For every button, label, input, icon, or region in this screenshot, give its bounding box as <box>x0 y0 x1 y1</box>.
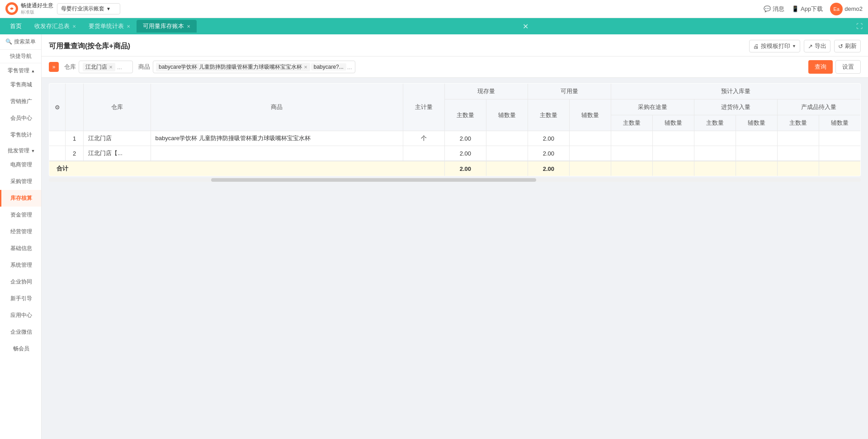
row-purchase-main <box>611 146 652 161</box>
sidebar-item-member-center[interactable]: 会员中心 <box>0 110 41 127</box>
sidebar-item-ecommerce-label: 电商管理 <box>10 161 32 169</box>
row-available-aux <box>569 146 611 161</box>
th-current-aux: 辅数量 <box>486 99 528 131</box>
row-inbound-main <box>694 131 736 146</box>
row-settings[interactable] <box>49 131 66 146</box>
printer-icon: 🖨 <box>753 43 759 50</box>
th-goods: 商品 <box>151 84 403 131</box>
tab-order-stat[interactable]: 要货单统计表 ✕ <box>82 20 137 33</box>
chevron-down-icon: ▼ <box>792 44 796 48</box>
sidebar-item-finance-label: 资金管理 <box>10 211 32 219</box>
row-warehouse: 江北门店【... <box>84 146 151 161</box>
refresh-label: 刷新 <box>845 42 857 50</box>
export-label: 导出 <box>815 42 826 50</box>
warehouse-filter-group: 仓库 江北门店 ✕ ... <box>64 61 133 73</box>
logo-text-area: 畅捷通好生意 标准版 <box>21 2 53 15</box>
page-header: 可用量查询(按仓库+商品) 🖨 按模板打印 ▼ ↗ 导出 ↺ 刷新 <box>42 34 868 57</box>
th-current-main: 主数量 <box>444 99 486 131</box>
sidebar-search-label: 搜索菜单 <box>14 38 36 45</box>
sidebar-item-enterprise[interactable]: 企业协同 <box>0 274 41 290</box>
sidebar-item-retail-mgmt[interactable]: 零售管理 <box>0 63 41 76</box>
settings-btn[interactable]: 设置 <box>835 60 861 74</box>
sidebar-item-chang-member[interactable]: 畅会员 <box>0 340 41 357</box>
goods-filter-more[interactable]: ... <box>347 64 352 71</box>
filter-expand-btn[interactable]: » <box>49 62 59 72</box>
warehouse-tag: 江北门店 ✕ <box>83 63 115 71</box>
row-purchase-main <box>611 131 652 146</box>
sidebar-item-new-guide[interactable]: 新手引导 <box>0 290 41 307</box>
goods-tag-1-close[interactable]: ✕ <box>304 65 307 70</box>
tab-order-stat-close[interactable]: ✕ <box>127 24 130 29</box>
sidebar-quick-nav[interactable]: 快捷导航 <box>0 50 41 63</box>
tab-income-expense-label: 收发存汇总表 <box>34 22 70 30</box>
query-btn[interactable]: 查询 <box>808 60 833 74</box>
sidebar-item-marketing[interactable]: 营销推广 <box>0 93 41 110</box>
row-production-main <box>777 146 819 161</box>
horizontal-scrollbar[interactable] <box>49 178 861 182</box>
goods-filter-input[interactable]: babycare学饮杯 儿童防摔防撞吸管杯重力球吸嘴杯宝宝水杯 ✕ babyca… <box>153 61 355 73</box>
sidebar-item-system[interactable]: 系统管理 <box>0 257 41 274</box>
tab-available-stock-close[interactable]: ✕ <box>187 24 190 29</box>
sidebar-item-purchase[interactable]: 采购管理 <box>0 173 41 190</box>
th-available: 可用量 <box>528 84 611 99</box>
expand-icon[interactable]: ⛶ <box>854 23 864 30</box>
warehouse-filter-input[interactable]: 江北门店 ✕ ... <box>79 61 133 73</box>
sidebar-item-finance[interactable]: 资金管理 <box>0 207 41 223</box>
sidebar-search[interactable]: 🔍 搜索菜单 <box>0 34 41 50</box>
sidebar-item-retail-stats[interactable]: 零售统计 <box>0 127 41 143</box>
user-area[interactable]: Ea demo2 <box>830 3 863 15</box>
export-btn[interactable]: ↗ 导出 <box>804 40 830 52</box>
tab-income-expense-close[interactable]: ✕ <box>72 24 76 29</box>
row-settings[interactable] <box>49 146 66 161</box>
tab-available-stock[interactable]: 可用量库存账本 ✕ <box>137 20 197 33</box>
message-btn[interactable]: 💬 消息 <box>764 5 784 13</box>
row-current-main: 2.00 <box>444 131 486 146</box>
tab-home[interactable]: 首页 <box>4 20 28 33</box>
app-label: App下载 <box>801 5 823 13</box>
sidebar-item-retail-mall-label: 零售商城 <box>10 81 32 89</box>
sidebar-item-retail-mall[interactable]: 零售商城 <box>0 76 41 93</box>
row-goods <box>151 146 403 161</box>
row-production-aux <box>819 146 860 161</box>
warehouse-filter-more[interactable]: ... <box>117 64 122 71</box>
total-production-aux <box>819 161 860 176</box>
username: demo2 <box>844 5 863 12</box>
th-settings[interactable]: ⚙ <box>49 84 66 131</box>
sidebar-item-enterprise-wechat-label: 企业微信 <box>10 328 32 336</box>
total-available-main: 2.00 <box>528 161 569 176</box>
sidebar-item-operations[interactable]: 经营管理 <box>0 223 41 240</box>
template-print-btn[interactable]: 🖨 按模板打印 ▼ <box>749 40 800 52</box>
refresh-btn[interactable]: ↺ 刷新 <box>834 40 861 52</box>
logo-sub: 标准版 <box>21 9 53 15</box>
tab-home-label: 首页 <box>10 22 22 30</box>
industry-selector[interactable]: 母婴行业演示账套 ▼ <box>57 3 120 14</box>
row-current-main: 2.00 <box>444 146 486 161</box>
tab-income-expense[interactable]: 收发存汇总表 ✕ <box>28 20 82 33</box>
th-production-pending: 产成品待入量 <box>777 99 860 115</box>
row-available-main: 2.00 <box>528 131 569 146</box>
row-purchase-aux <box>652 146 694 161</box>
goods-filter-group: 商品 babycare学饮杯 儿童防摔防撞吸管杯重力球吸嘴杯宝宝水杯 ✕ bab… <box>138 61 355 73</box>
sidebar-item-wholesale-mgmt[interactable]: 批发管理 <box>0 143 41 156</box>
warehouse-tag-value: 江北门店 <box>85 63 107 71</box>
sidebar-item-enterprise-label: 企业协同 <box>10 278 32 286</box>
th-inbound-main: 主数量 <box>694 115 736 131</box>
total-purchase-main <box>611 161 652 176</box>
sidebar-item-enterprise-wechat[interactable]: 企业微信 <box>0 324 41 340</box>
row-current-aux <box>486 131 528 146</box>
sidebar-item-basic-info[interactable]: 基础信息 <box>0 240 41 257</box>
close-all-tabs[interactable]: ✕ <box>519 22 532 31</box>
total-purchase-aux <box>652 161 694 176</box>
sidebar-item-inventory-label: 库存核算 <box>10 194 32 202</box>
sidebar-item-inventory[interactable]: 库存核算 <box>0 190 41 207</box>
row-current-aux <box>486 146 528 161</box>
total-available-aux <box>569 161 611 176</box>
th-warehouse: 仓库 <box>84 84 151 131</box>
sidebar-item-ecommerce[interactable]: 电商管理 <box>0 156 41 173</box>
warehouse-tag-close[interactable]: ✕ <box>109 65 113 70</box>
sidebar-item-app-center[interactable]: 应用中心 <box>0 307 41 324</box>
row-unit <box>403 146 444 161</box>
table-area: ⚙ 仓库 商品 主计量 现存量 可用量 预计入库量 主数量 辅数量 主数量 辅数… <box>42 78 868 439</box>
app-download-btn[interactable]: 📱 App下载 <box>792 5 823 13</box>
top-bar-left: 畅捷通好生意 标准版 母婴行业演示账套 ▼ <box>5 2 120 15</box>
